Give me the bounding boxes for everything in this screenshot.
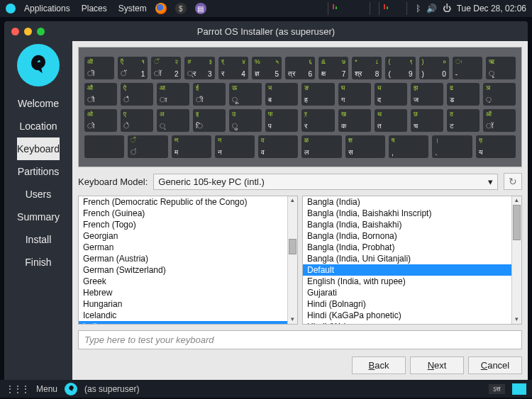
system-monitor-graph[interactable]	[328, 2, 370, 15]
task-parrot-icon[interactable]	[65, 383, 77, 395]
key: ठट	[447, 109, 480, 132]
key: ऋृ	[486, 57, 516, 79]
sidebar-step-users[interactable]: Users	[17, 183, 60, 206]
variant-list[interactable]: Bangla (India)Bangla (India, Baishakhi I…	[302, 196, 522, 325]
key: ँं	[128, 135, 167, 158]
list-item[interactable]: Hindi (Bolnagri)	[303, 298, 511, 310]
key: ऑॉ	[483, 109, 516, 132]
menu-applications[interactable]: Applications	[24, 4, 70, 13]
key: थत	[375, 109, 407, 132]
sidebar-step-summary[interactable]: Summary	[17, 206, 60, 228]
key: ऊू	[229, 83, 262, 106]
model-value: Generic 105-key PC (intl.)	[158, 176, 265, 187]
sidebar-step-location[interactable]: Location	[17, 115, 60, 137]
list-item[interactable]: Bangla (India)	[303, 196, 511, 208]
keyboard-preview: ऒॊऍ१ॅ1ॅ२ॉ2#३्र3र्४र4%५ज्ञ5६त्र6&७क्ष7*८श…	[78, 47, 522, 167]
key: ।.	[432, 135, 472, 158]
back-button[interactable]: Back	[352, 356, 406, 374]
key: ॅ२ॉ2	[151, 57, 181, 79]
key: उु	[229, 109, 262, 132]
terminal-icon[interactable]: $	[175, 3, 187, 14]
layout-list[interactable]: French (Democratic Republic of the Congo…	[78, 196, 298, 325]
key: &७क्ष7	[318, 57, 348, 79]
next-button[interactable]: Next	[410, 356, 464, 374]
installer-window: Parrot OS Installer (as superuser) Welco…	[4, 21, 528, 380]
refresh-button[interactable]: ↻	[504, 173, 522, 190]
key: ६त्र6	[285, 57, 315, 79]
system-monitor-graph-2[interactable]	[379, 2, 407, 15]
menu-system[interactable]: System	[118, 4, 147, 13]
key: ऒॊ	[84, 57, 114, 79]
key: णम	[172, 135, 211, 158]
key: ळल	[301, 135, 341, 158]
menu-places[interactable]: Places	[82, 4, 107, 13]
volume-icon[interactable]: 🔊	[426, 4, 437, 13]
key: छच	[411, 109, 443, 132]
power-icon[interactable]: ⏻	[443, 4, 451, 13]
model-row: Keyboard Model: Generic 105-key PC (intl…	[78, 173, 522, 190]
list-item[interactable]: German (Austria)	[79, 253, 287, 264]
key: (९(9	[385, 57, 415, 79]
list-item[interactable]: Bangla (India, Probhat)	[303, 242, 511, 253]
key: एे	[121, 109, 153, 132]
show-desktop-icon[interactable]	[512, 383, 526, 395]
list-item[interactable]: French (Guinea)	[79, 208, 287, 219]
list-item[interactable]: Indian	[79, 321, 287, 324]
model-label: Keyboard Model:	[78, 176, 148, 187]
list-item[interactable]: Hindi (KaGaPa phonetic)	[303, 310, 511, 321]
list-item[interactable]: English (India, with rupee)	[303, 276, 511, 287]
bottom-panel: ⋮⋮⋮ Menu (as superuser) ऽस	[0, 380, 532, 398]
key: शस	[345, 135, 385, 158]
keyboard-test-input[interactable]: Type here to test your keyboard	[78, 330, 522, 349]
scrollbar[interactable]: ▴ ▾	[511, 196, 521, 324]
list-item[interactable]: Bangla (India, Baishakhi Inscript)	[303, 208, 511, 219]
key: ष,	[389, 135, 428, 158]
key: *८श्र8	[352, 57, 382, 79]
sidebar-step-partitions[interactable]: Partitions	[17, 160, 60, 183]
clock[interactable]: Tue Dec 28, 02:06	[457, 4, 526, 13]
list-item[interactable]: French (Togo)	[79, 219, 287, 230]
parrot-menu-icon[interactable]	[6, 4, 16, 13]
key: ईी	[193, 83, 226, 106]
key: अ्	[157, 109, 189, 132]
list-item[interactable]: German	[79, 242, 287, 253]
list-item[interactable]: Bangla (India, Uni Gitanjali)	[303, 253, 511, 264]
key: फप	[265, 109, 298, 132]
keyboard-indicator[interactable]: ऽस	[489, 384, 505, 394]
key: भब	[265, 83, 298, 106]
sidebar-step-finish[interactable]: Finish	[17, 251, 60, 274]
sidebar-step-keyboard[interactable]: Keyboard	[17, 137, 60, 160]
cancel-button[interactable]: Cancel	[468, 356, 522, 374]
key: ढड	[447, 83, 480, 106]
firefox-icon[interactable]	[155, 3, 167, 14]
key: नन	[215, 135, 255, 158]
taskbar-task[interactable]: (as superuser)	[84, 384, 139, 394]
list-item[interactable]: Hebrew	[79, 287, 287, 298]
key: इि	[193, 109, 226, 132]
list-item[interactable]: Georgian	[79, 230, 287, 242]
model-combo[interactable]: Generic 105-key PC (intl.) ▾	[153, 174, 498, 190]
list-item[interactable]: Bangla (India, Baishakhi)	[303, 219, 511, 230]
scrollbar[interactable]: ▴ ▾	[287, 196, 297, 324]
app-menu: Applications Places System	[24, 4, 147, 13]
menu-label[interactable]: Menu	[36, 384, 57, 394]
sidebar-step-install[interactable]: Install	[17, 228, 60, 251]
list-item[interactable]: French (Democratic Republic of the Congo…	[79, 196, 287, 208]
list-item[interactable]: Bangla (India, Bornona)	[303, 230, 511, 242]
files-icon[interactable]: ▤	[195, 3, 206, 14]
list-item[interactable]: German (Switzerland)	[79, 264, 287, 276]
bluetooth-icon[interactable]: ᛒ	[416, 4, 421, 13]
key: झज	[411, 83, 443, 106]
key: घग	[338, 83, 371, 106]
list-item[interactable]: Gujarati	[303, 287, 511, 298]
menu-grid-icon[interactable]: ⋮⋮⋮	[6, 384, 29, 394]
key: औौ	[84, 83, 117, 106]
sidebar-step-welcome[interactable]: Welcome	[17, 92, 60, 115]
list-item[interactable]: Greek	[79, 276, 287, 287]
list-item[interactable]: Icelandic	[79, 310, 287, 321]
list-item[interactable]: Default	[303, 264, 511, 276]
top-panel: Applications Places System $ ▤ ᛒ 🔊 ⏻ Tue…	[0, 0, 532, 17]
list-item[interactable]: Hungarian	[79, 298, 287, 310]
list-item[interactable]: Hindi (Wx)	[303, 321, 511, 324]
back-label: ack	[375, 360, 389, 371]
